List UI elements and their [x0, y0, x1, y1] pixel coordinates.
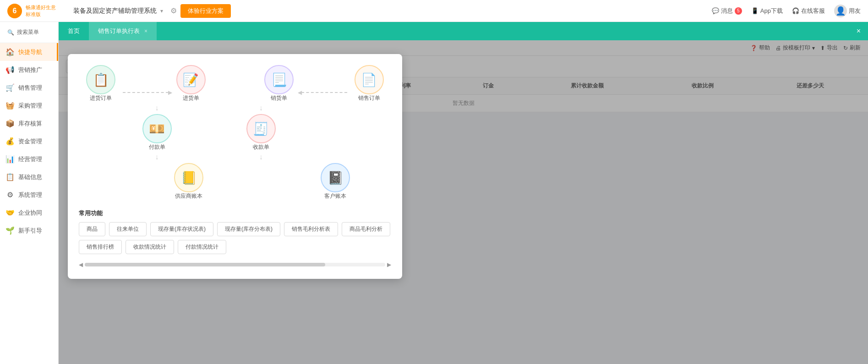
purchase-icon: 🧺: [5, 101, 15, 110]
enterprise-icon: 🤝: [5, 208, 15, 217]
cf-btn-stock-dist[interactable]: 现存量(库存分布表): [217, 222, 280, 236]
sales-bill-label: 销货单: [271, 94, 287, 102]
sales-order-circle[interactable]: 📄: [355, 65, 384, 94]
arrow-left-1: ◀: [301, 92, 347, 102]
modal-scroll: ◀ ▶: [79, 261, 391, 268]
scroll-track[interactable]: [85, 263, 385, 266]
avatar: 👤: [834, 5, 847, 17]
spacer9: [183, 153, 235, 161]
gear-icon[interactable]: ⚙: [170, 6, 177, 15]
message-item[interactable]: 💬 消息 5: [712, 7, 742, 15]
phone-icon: 📱: [751, 7, 759, 14]
supplier-label: 供应商账本: [175, 192, 202, 200]
receipt-label: 收款单: [253, 143, 269, 151]
arrow-right-1: ▶: [123, 92, 169, 102]
row3: 💴 付款单 🧾 收款单: [79, 114, 391, 151]
spacer10: [287, 153, 391, 161]
sidebar-item-finance[interactable]: 💰 资金管理: [0, 132, 58, 150]
cf-btn-sales-profit[interactable]: 销售毛利分析表: [284, 222, 338, 236]
sidebar-item-purchase[interactable]: 🧺 采购管理: [0, 97, 58, 114]
sidebar-item-operations[interactable]: 📊 经营管理: [0, 150, 58, 168]
receipt-circle[interactable]: 🧾: [246, 114, 276, 143]
flow-item-purchase-order: 📋 进货订单: [79, 65, 123, 102]
inventory-icon: 📦: [5, 119, 15, 128]
payment-icon: 💴: [149, 121, 165, 136]
payment-circle[interactable]: 💴: [142, 114, 172, 143]
trial-button[interactable]: 体验行业方案: [180, 4, 231, 18]
logo-icon: 6: [7, 4, 22, 18]
top-bar: 6 畅康通好生意 标准版 装备及固定资产辅助管理系统 ▾ ⚙ 体验行业方案 💬 …: [0, 0, 868, 22]
flow-item-receipt: 🧾 收款单: [235, 114, 287, 151]
app-download-item[interactable]: 📱 App下载: [751, 7, 783, 15]
cf-btn-product-profit[interactable]: 商品毛利分析: [342, 222, 390, 236]
sidebar-item-marketing[interactable]: 📢 营销推广: [0, 61, 58, 79]
user-item[interactable]: 👤 用友: [834, 5, 861, 17]
row5: 📒 供应商账本 📓 客户账本: [79, 163, 391, 200]
online-service-item[interactable]: 🎧 在线客服: [792, 7, 825, 15]
cf-buttons-row1: 商品 往来单位 现存量(库存状况表) 现存量(库存分布表) 销售毛利分析表 商品…: [79, 222, 391, 236]
sidebar-item-basic-info[interactable]: 📋 基础信息: [0, 168, 58, 186]
arrows-down-row2: ↓ ↓: [79, 153, 391, 161]
purchase-bill-circle[interactable]: 📝: [176, 65, 206, 94]
cf-btn-product[interactable]: 商品: [79, 222, 105, 236]
cf-btn-receipt-stats[interactable]: 收款情况统计: [126, 240, 174, 254]
sales-bill-circle[interactable]: 📃: [264, 65, 294, 94]
flow-item-payment: 💴 付款单: [131, 114, 183, 151]
common-functions: 常用功能 商品 往来单位 现存量(库存状况表) 现存量(库存分布表) 销售毛利分…: [79, 209, 391, 254]
search-menu-button[interactable]: 🔍 搜索菜单: [4, 26, 55, 39]
purchase-order-circle[interactable]: 📋: [86, 65, 115, 94]
message-badge: 5: [735, 7, 742, 15]
arrow-down-sales: ↓: [235, 104, 287, 112]
scroll-thumb: [85, 263, 325, 266]
cf-btn-sales-rank[interactable]: 销售排行榜: [79, 240, 122, 254]
flow-item-purchase-bill: 📝 进货单: [169, 65, 213, 102]
arrow-down-purchase: ↓: [131, 104, 183, 112]
system-name: 装备及固定资产辅助管理系统: [73, 7, 157, 15]
sidebar-item-newbie[interactable]: 🌱 新手引导: [0, 222, 58, 239]
cf-btn-stock-status[interactable]: 现存量(库存状况表): [150, 222, 213, 236]
search-icon: 🔍: [7, 29, 14, 36]
sales-bill-icon: 📃: [271, 72, 287, 87]
finance-icon: 💰: [5, 137, 15, 146]
scroll-left-arrow[interactable]: ◀: [79, 261, 83, 268]
cf-btn-contacts[interactable]: 往来单位: [109, 222, 147, 236]
tab-close-icon[interactable]: ×: [144, 28, 147, 34]
supplier-circle[interactable]: 📒: [174, 163, 203, 192]
headset-icon: 🎧: [792, 7, 799, 14]
sidebar-item-enterprise[interactable]: 🤝 企业协同: [0, 204, 58, 222]
cf-title: 常用功能: [79, 209, 391, 217]
newbie-icon: 🌱: [5, 226, 15, 235]
flow-item-customer: 📓 客户账本: [299, 163, 372, 200]
tab-bar-close-icon[interactable]: ×: [849, 27, 868, 35]
cf-buttons-row2: 销售排行榜 收款情况统计 付款情况统计: [79, 240, 391, 254]
purchase-bill-label: 进货单: [183, 94, 199, 102]
flow-diagram: 📋 进货订单 ▶: [79, 65, 391, 200]
payment-label: 付款单: [149, 143, 165, 151]
purchase-order-label: 进货订单: [90, 94, 112, 102]
main-area: 🔍 搜索菜单 🏠 快捷导航 📢 营销推广 🛒 销售管理 🧺 采购管理: [0, 22, 868, 364]
arrows-down-row: ↓ ↓: [79, 104, 391, 112]
customer-circle[interactable]: 📓: [321, 163, 350, 192]
tab-sales-order[interactable]: 销售订单执行表 ×: [89, 22, 157, 40]
home-icon: 🏠: [5, 48, 15, 56]
tab-home[interactable]: 首页: [59, 22, 89, 40]
dropdown-icon[interactable]: ▾: [160, 8, 163, 14]
cf-btn-payment-stats[interactable]: 付款情况统计: [178, 240, 226, 254]
receipt-icon: 🧾: [253, 121, 269, 136]
scroll-right-arrow[interactable]: ▶: [387, 261, 391, 268]
modal-overlay: 📋 进货订单 ▶: [59, 40, 868, 364]
sidebar: 🔍 搜索菜单 🏠 快捷导航 📢 营销推广 🛒 销售管理 🧺 采购管理: [0, 22, 59, 364]
spacer8: [79, 153, 131, 161]
message-icon: 💬: [712, 7, 719, 14]
sidebar-item-inventory[interactable]: 📦 库存核算: [0, 114, 58, 132]
spacer3: [183, 104, 235, 112]
spacer4: [287, 104, 391, 112]
sidebar-item-quick-nav[interactable]: 🏠 快捷导航: [0, 43, 58, 61]
tab-bar: 首页 销售订单执行表 × ×: [59, 22, 868, 40]
sidebar-item-system[interactable]: ⚙ 系统管理: [0, 186, 58, 204]
page-content: ❓ 帮助 🖨 按模板打印 ▾ ⬆ 导出 ↻ 刷新: [59, 40, 868, 364]
sidebar-item-sales[interactable]: 🛒 销售管理: [0, 79, 58, 97]
spacer2: [79, 104, 131, 112]
app-wrapper: 6 畅康通好生意 标准版 装备及固定资产辅助管理系统 ▾ ⚙ 体验行业方案 💬 …: [0, 0, 868, 364]
flow-item-supplier: 📒 供应商账本: [152, 163, 225, 200]
